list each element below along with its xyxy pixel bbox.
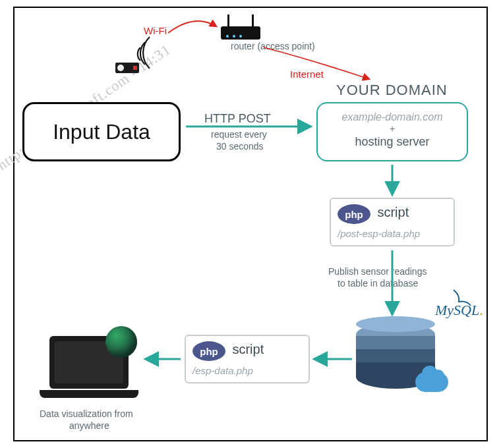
input-data-box: Input Data xyxy=(22,102,181,161)
http-title: HTTP POST xyxy=(204,112,271,126)
internet-label: Internet xyxy=(290,69,324,80)
cloud-icon xyxy=(415,372,448,392)
mysql-label: MySQL. xyxy=(435,302,483,319)
php-script-post-box: php script /post-esp-data.php xyxy=(330,198,455,246)
globe-icon xyxy=(105,326,137,358)
domain-box: example-domain.com + hosting server xyxy=(316,102,468,161)
php-path-1: /post-esp-data.php xyxy=(338,228,447,239)
iot-device-icon xyxy=(115,63,139,73)
publish-line1: Publish sensor readings xyxy=(328,266,427,277)
domain-plus: + xyxy=(318,123,467,134)
domain-example: example-domain.com xyxy=(318,111,467,123)
php-script-get-box: php script /esp-data.php xyxy=(185,335,310,383)
php-script-word-1: script xyxy=(377,205,409,219)
wifi-label: Wi-Fi xyxy=(144,25,167,36)
http-line1: request every xyxy=(211,129,267,140)
router-icon xyxy=(221,26,260,40)
php-path-2: /esp-data.php xyxy=(192,365,302,376)
php-badge-icon: php xyxy=(338,204,370,224)
php-badge-icon-2: php xyxy=(192,341,225,361)
viz-line1: Data visualization from xyxy=(40,408,133,419)
input-data-label: Input Data xyxy=(53,120,150,144)
publish-line2: to table in database xyxy=(338,278,418,289)
router-label: router (access point) xyxy=(231,41,315,51)
domain-hosting: hosting server xyxy=(318,135,467,149)
php-script-word-2: script xyxy=(232,342,264,356)
viz-line2: anywhere xyxy=(69,420,109,431)
http-line2: 30 seconds xyxy=(216,141,264,152)
domain-heading: YOUR DOMAIN xyxy=(336,82,448,99)
